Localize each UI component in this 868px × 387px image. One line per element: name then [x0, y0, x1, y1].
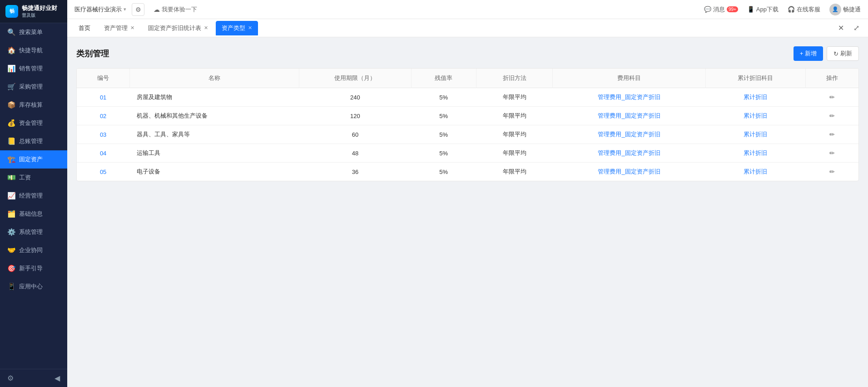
tabs-bar-right: ✕ ⤢: [834, 22, 863, 35]
row-months-3: 48: [299, 144, 411, 163]
close-tab-asset-mgmt[interactable]: ✕: [130, 25, 134, 31]
row-accumulated-3[interactable]: 累计折旧: [705, 144, 806, 163]
icon-system: ⚙️: [7, 228, 15, 236]
logo-icon: 畅: [5, 5, 18, 18]
label-cooperation: 企业协同: [19, 246, 43, 254]
tab-asset-mgmt[interactable]: 资产管理✕: [98, 21, 140, 35]
row-months-4: 36: [299, 163, 411, 181]
icon-guide: 🎯: [7, 264, 15, 273]
sidebar-footer: ⚙ ◀: [0, 369, 67, 387]
page-title: 类别管理: [76, 48, 109, 59]
new-btn[interactable]: + 新增: [794, 46, 823, 61]
table-row: 01 房屋及建筑物 240 5% 年限平均 管理费用_固定资产折旧 累计折旧 ✏: [77, 88, 858, 107]
label-salary: 工资: [19, 174, 31, 182]
refresh-btn[interactable]: ↻ 刷新: [827, 46, 859, 61]
row-code-4: 05: [77, 163, 129, 181]
col-header-7: 操作: [806, 69, 858, 88]
edit-btn-3[interactable]: ✏: [829, 149, 835, 157]
row-action-3: ✏: [806, 144, 858, 163]
top-bar: 医疗器械行业演示 ▾ ⚙ ☁ 我要体验一下 💬 消息 99+ 📱 App下载 🎧…: [67, 0, 868, 19]
col-header-6: 累计折旧科目: [705, 69, 806, 88]
expand-tab-btn[interactable]: ⤢: [850, 22, 863, 35]
sidebar-item-inventory[interactable]: 📦 库存核算: [0, 96, 67, 114]
col-header-3: 残值率: [411, 69, 476, 88]
row-code-0: 01: [77, 88, 129, 107]
icon-salary: 💵: [7, 174, 15, 182]
app-icon: 📱: [747, 6, 754, 13]
logo-sub: 普及版: [22, 12, 57, 18]
sidebar-item-app-center[interactable]: 📱 应用中心: [0, 278, 67, 296]
edit-btn-0[interactable]: ✏: [829, 94, 835, 101]
row-code-3: 04: [77, 144, 129, 163]
refresh-icon: ↻: [833, 50, 838, 57]
row-expense-1[interactable]: 管理费用_固定资产折旧: [553, 107, 705, 125]
sidebar-item-fixed-assets[interactable]: 🏗️ 固定资产: [0, 150, 67, 169]
label-quick-nav: 快捷导航: [19, 46, 43, 55]
sidebar-item-purchase[interactable]: 🛒 采购管理: [0, 78, 67, 96]
row-months-1: 120: [299, 107, 411, 125]
row-action-4: ✏: [806, 163, 858, 181]
row-accumulated-2[interactable]: 累计折旧: [705, 125, 806, 144]
close-tab-asset-type[interactable]: ✕: [248, 25, 252, 31]
icon-quick-nav: 🏠: [7, 46, 15, 55]
row-name-0: 房屋及建筑物: [129, 88, 299, 107]
tab-asset-type[interactable]: 资产类型✕: [216, 21, 258, 35]
close-tab-btn[interactable]: ✕: [834, 22, 847, 35]
table-row: 05 电子设备 36 5% 年限平均 管理费用_固定资产折旧 累计折旧 ✏: [77, 163, 858, 181]
icon-fixed-assets: 🏗️: [7, 155, 15, 164]
user-profile-btn[interactable]: 👤 畅捷通: [829, 4, 861, 15]
messages-btn[interactable]: 💬 消息 99+: [704, 5, 738, 14]
row-expense-3[interactable]: 管理费用_固定资产折旧: [553, 144, 705, 163]
sidebar-nav: 🔍 搜索菜单 🏠 快捷导航 📊 销售管理 🛒 采购管理 📦 库存核算 💰 资金管…: [0, 23, 67, 369]
col-header-0: 编号: [77, 69, 129, 88]
row-accumulated-0[interactable]: 累计折旧: [705, 88, 806, 107]
sidebar-item-operation[interactable]: 📈 经营管理: [0, 187, 67, 205]
sidebar-item-system[interactable]: ⚙️ 系统管理: [0, 223, 67, 241]
table-row: 02 机器、机械和其他生产设备 120 5% 年限平均 管理费用_固定资产折旧 …: [77, 107, 858, 125]
row-residual-3: 5%: [411, 144, 476, 163]
edit-btn-1[interactable]: ✏: [829, 112, 835, 119]
label-app-center: 应用中心: [19, 283, 43, 291]
row-expense-4[interactable]: 管理费用_固定资产折旧: [553, 163, 705, 181]
row-code-2: 03: [77, 125, 129, 144]
sidebar-item-capital[interactable]: 💰 资金管理: [0, 114, 67, 132]
col-header-4: 折旧方法: [476, 69, 553, 88]
app-download-btn[interactable]: 📱 App下载: [747, 5, 779, 14]
workspace-selector[interactable]: 医疗器械行业演示 ▾: [74, 5, 126, 14]
sidebar-item-guide[interactable]: 🎯 新手引导: [0, 259, 67, 278]
experience-btn[interactable]: ☁ 我要体验一下: [150, 4, 201, 15]
row-expense-2[interactable]: 管理费用_固定资产折旧: [553, 125, 705, 144]
edit-btn-4[interactable]: ✏: [829, 168, 835, 175]
page-header: 类别管理 + 新增 ↻ 刷新: [76, 46, 859, 61]
table-body: 01 房屋及建筑物 240 5% 年限平均 管理费用_固定资产折旧 累计折旧 ✏…: [77, 88, 858, 181]
sidebar-item-quick-nav[interactable]: 🏠 快捷导航: [0, 41, 67, 60]
row-accumulated-1[interactable]: 累计折旧: [705, 107, 806, 125]
row-name-3: 运输工具: [129, 144, 299, 163]
row-name-4: 电子设备: [129, 163, 299, 181]
settings-icon[interactable]: ⚙: [7, 374, 14, 382]
row-residual-4: 5%: [411, 163, 476, 181]
row-accumulated-4[interactable]: 累计折旧: [705, 163, 806, 181]
tab-depreciation-table[interactable]: 固定资产折旧统计表✕: [142, 21, 214, 35]
table-container: 编号名称使用期限（月）残值率折旧方法费用科目累计折旧科目操作 01 房屋及建筑物…: [76, 68, 859, 181]
avatar: 👤: [829, 4, 841, 15]
row-method-0: 年限平均: [476, 88, 553, 107]
col-header-2: 使用期限（月）: [299, 69, 411, 88]
sidebar-item-ledger[interactable]: 📒 总账管理: [0, 132, 67, 150]
sidebar-item-salary[interactable]: 💵 工资: [0, 169, 67, 187]
close-tab-depreciation-table[interactable]: ✕: [204, 25, 208, 31]
collapse-icon[interactable]: ◀: [55, 374, 60, 382]
icon-app-center: 📱: [7, 283, 15, 291]
workspace-settings-btn[interactable]: ⚙: [132, 3, 144, 16]
row-method-3: 年限平均: [476, 144, 553, 163]
sidebar-item-search[interactable]: 🔍 搜索菜单: [0, 23, 67, 41]
icon-purchase: 🛒: [7, 83, 15, 91]
tab-home[interactable]: 首页: [73, 21, 96, 35]
sidebar-item-base-info[interactable]: 🗂️ 基础信息: [0, 205, 67, 223]
edit-btn-2[interactable]: ✏: [829, 131, 835, 138]
sidebar-item-sales[interactable]: 📊 销售管理: [0, 60, 67, 78]
online-service-btn[interactable]: 🎧 在线客服: [788, 5, 820, 14]
logo-text: 畅捷通好业财 普及版: [22, 5, 57, 18]
row-expense-0[interactable]: 管理费用_固定资产折旧: [553, 88, 705, 107]
sidebar-item-cooperation[interactable]: 🤝 企业协同: [0, 241, 67, 259]
